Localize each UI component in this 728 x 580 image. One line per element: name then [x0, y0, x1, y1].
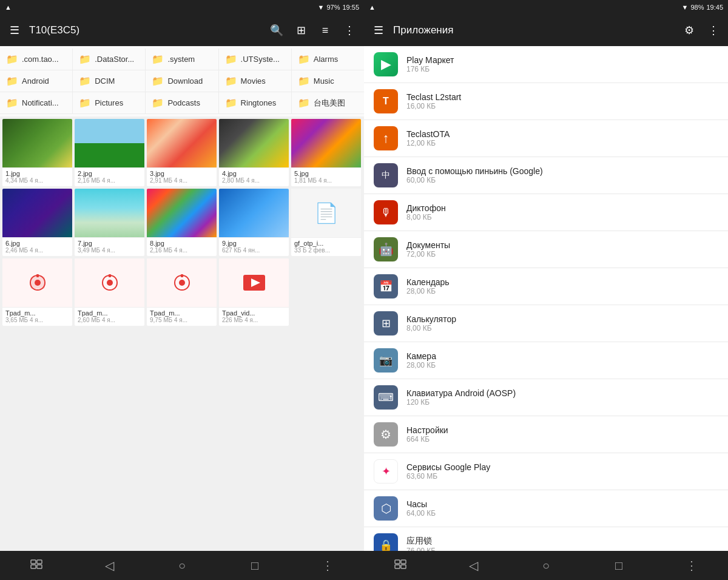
file-item-7jpg[interactable]: 7.jpg 3,49 МБ 4 я...	[75, 189, 144, 256]
app-item-dictaphone[interactable]: 🎙 Диктофон 8,00 КБ	[364, 194, 728, 231]
file-item-3jpg[interactable]: 3.jpg 2,91 МБ 4 я...	[147, 119, 217, 186]
svg-rect-9	[31, 560, 36, 564]
folder-item[interactable]: 📁 Android	[0, 70, 73, 92]
file-info: Tpad_m... 2,60 МБ 4 я...	[75, 307, 144, 326]
file-name: 5.jpg	[294, 170, 358, 177]
file-thumbnail	[147, 258, 217, 307]
folder-item[interactable]: 📁 Notificati...	[0, 92, 73, 114]
app-size: 176 КБ	[406, 65, 718, 73]
app-item-settings[interactable]: ⚙ Настройки 664 КБ	[364, 416, 728, 453]
folder-icon: 📁	[225, 53, 237, 65]
nav-app-switch-button[interactable]: □	[243, 553, 267, 578]
app-item-playmarket[interactable]: ▶ Play Маркет 176 КБ	[364, 46, 728, 83]
app-item-pinyin[interactable]: 中 Ввод с помощью пиньинь (Google) 60,00 …	[364, 157, 728, 194]
app-size: 16,00 КБ	[406, 102, 718, 110]
right-more-button[interactable]: ⋮	[704, 21, 723, 40]
svg-point-3	[107, 280, 113, 286]
filter-icon: ≡	[322, 24, 329, 37]
right-status-right: ▼ 98% 19:45	[682, 4, 723, 11]
app-item-camera[interactable]: 📷 Камера 28,00 КБ	[364, 342, 728, 379]
folder-item[interactable]: 📁 .system	[146, 49, 218, 70]
left-toolbar: ☰ T10(E3C5) 🔍 ⊞ ≡ ⋮	[0, 15, 364, 46]
file-name: Tpad_m...	[5, 309, 69, 317]
file-item-6jpg[interactable]: 6.jpg 2,46 МБ 4 я...	[2, 189, 72, 256]
right-nav-recents-button[interactable]	[388, 553, 413, 578]
folder-icon: 📁	[79, 97, 91, 109]
folder-item[interactable]: 📁 Alarms	[292, 49, 364, 70]
right-menu-button[interactable]: ☰	[369, 21, 388, 40]
right-nav-home-button[interactable]: ○	[534, 553, 558, 578]
app-icon-teclastota: ↑	[374, 126, 398, 150]
nav-back-button[interactable]: ◁	[97, 553, 121, 578]
app-info: Часы 64,00 КБ	[406, 499, 718, 518]
folder-icon: 📁	[225, 97, 237, 109]
nav-recents-button[interactable]	[24, 553, 49, 578]
file-name: 8.jpg	[150, 240, 214, 247]
left-status-bar: ▲ ▼ 97% 19:55	[0, 0, 364, 15]
app-item-gplay[interactable]: ✦ Сервисы Google Play 63,60 МБ	[364, 453, 728, 490]
folder-row-2: 📁 Android 📁 DCIM 📁 Download 📁 Movies 📁 M…	[0, 70, 364, 92]
app-info: TeclastOTA 12,00 КБ	[406, 129, 718, 147]
right-settings-button[interactable]: ⚙	[679, 21, 699, 40]
file-item-tpad2[interactable]: Tpad_m... 2,60 МБ 4 я...	[75, 258, 144, 326]
folder-item[interactable]: 📁 Movies	[219, 70, 292, 92]
app-item-calc[interactable]: ⊞ Калькулятор 8,00 КБ	[364, 305, 728, 342]
left-more-button[interactable]: ⋮	[340, 21, 359, 40]
folder-item[interactable]: 📁 .com.tao...	[0, 49, 73, 70]
file-item-2jpg[interactable]: 2.jpg 2,16 МБ 4 я...	[75, 119, 144, 186]
file-item-tpad1[interactable]: Tpad_m... 3,65 МБ 4 я...	[2, 258, 72, 326]
app-item-keyboard[interactable]: ⌨ Клавиатура Android (AOSP) 120 КБ	[364, 379, 728, 416]
folder-item[interactable]: 📁 Podcasts	[146, 92, 218, 114]
folder-item[interactable]: 📁 DCIM	[73, 70, 146, 92]
folder-item[interactable]: 📁 Music	[292, 70, 364, 92]
left-panel: ▲ ▼ 97% 19:55 ☰ T10(E3C5) 🔍 ⊞ ≡ ⋮ 📁	[0, 0, 364, 580]
app-item-teclast-l2[interactable]: T Teclast L2start 16,00 КБ	[364, 83, 728, 120]
app-item-calendar[interactable]: 📅 Календарь 28,00 КБ	[364, 268, 728, 305]
app-item-docs[interactable]: 🤖 Документы 72,00 КБ	[364, 231, 728, 268]
file-item-9jpg[interactable]: 9.jpg 627 КБ 4 ян...	[219, 189, 289, 256]
app-name: Клавиатура Android (AOSP)	[406, 388, 718, 398]
file-item-4jpg[interactable]: 4.jpg 2,80 МБ 4 я...	[219, 119, 289, 186]
file-info: 6.jpg 2,46 МБ 4 я...	[2, 237, 72, 256]
right-status-bar: ▲ ▼ 98% 19:45	[364, 0, 728, 15]
app-icon-clock: ⬡	[374, 496, 398, 521]
right-nav-back-button[interactable]: ◁	[461, 553, 485, 578]
left-filter-button[interactable]: ≡	[315, 21, 335, 40]
svg-rect-10	[37, 560, 42, 564]
file-thumbnail	[219, 189, 289, 237]
file-meta: 2,91 МБ 4 я...	[150, 177, 214, 184]
folder-item[interactable]: 📁 Download	[146, 70, 218, 92]
nav-home-button[interactable]: ○	[170, 553, 194, 578]
right-nav-more-button[interactable]: ⋮	[679, 553, 704, 578]
folder-item[interactable]: 📁 台电美图	[292, 92, 364, 114]
app-icon-dictaphone: 🎙	[374, 200, 398, 224]
file-item-tpadvid[interactable]: Tpad_vid... 226 МБ 4 я...	[219, 258, 289, 326]
file-item-tpad3[interactable]: Tpad_m... 9,75 МБ 4 я...	[147, 258, 217, 326]
left-list-button[interactable]: ⊞	[291, 21, 311, 40]
folder-name: Music	[314, 76, 334, 86]
left-battery-text: 97%	[326, 4, 340, 11]
file-item-5jpg[interactable]: 5.jpg 1,81 МБ 4 я...	[291, 119, 361, 186]
left-menu-button[interactable]: ☰	[5, 21, 24, 40]
folder-item[interactable]: 📁 Pictures	[73, 92, 146, 114]
folder-item[interactable]: 📁 Ringtones	[219, 92, 292, 114]
file-info: 4.jpg 2,80 МБ 4 я...	[219, 167, 289, 186]
app-list: ▶ Play Маркет 176 КБ T Teclast L2start 1…	[364, 46, 728, 551]
nav-more-button[interactable]: ⋮	[315, 553, 340, 578]
folder-item[interactable]: 📁 .DataStor...	[73, 49, 146, 70]
folder-item[interactable]: 📁 .UTSyste...	[219, 49, 292, 70]
folder-name: Notificati...	[22, 98, 59, 107]
svg-rect-14	[401, 560, 406, 564]
right-nav-app-switch-button[interactable]: □	[607, 553, 631, 578]
app-icon-gplay: ✦	[374, 459, 398, 484]
file-thumbnail	[75, 258, 144, 307]
app-item-clock[interactable]: ⬡ Часы 64,00 КБ	[364, 490, 728, 527]
app-name: Play Маркет	[406, 55, 718, 65]
file-item-1jpg[interactable]: 1.jpg 4,34 МБ 4 я...	[2, 119, 72, 186]
left-search-button[interactable]: 🔍	[267, 21, 286, 40]
app-info: Ввод с помощью пиньинь (Google) 60,00 КБ	[406, 166, 718, 184]
app-item-teclastota[interactable]: ↑ TeclastOTA 12,00 КБ	[364, 120, 728, 157]
app-item-applock[interactable]: 🔒 应用锁 76,00 КБ	[364, 527, 728, 551]
file-item-8jpg[interactable]: 8.jpg 2,16 МБ 4 я...	[147, 189, 217, 256]
file-item-doc[interactable]: 📄 gf_otp_i... 33 Б 2 фев...	[291, 189, 361, 256]
